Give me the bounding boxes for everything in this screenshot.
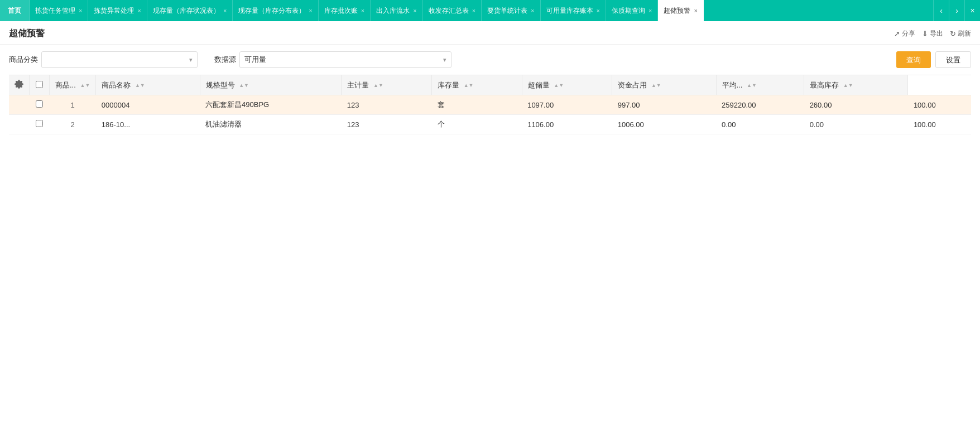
sort-icon[interactable]: ▲▼ [135, 83, 145, 88]
row-overstock: 1006.00 [612, 115, 716, 134]
table-header-row: 商品... ▲▼ 商品名称 ▲▼ 规格型号 ▲▼ 主计量 ▲▼ [9, 75, 971, 95]
nav-tab-6[interactable]: 收发存汇总表 × [423, 0, 482, 21]
select-all-checkbox[interactable] [36, 81, 43, 88]
row-num: 1 [50, 95, 96, 115]
sort-icon[interactable]: ▲▼ [373, 83, 383, 88]
nav-tab-9[interactable]: 保质期查询 × [606, 0, 658, 21]
row-unit: 个 [432, 115, 522, 134]
row-checkbox[interactable] [36, 100, 43, 108]
nav-prev-button[interactable]: ‹ [933, 0, 949, 21]
row-checkbox[interactable] [36, 120, 43, 127]
nav-tab-10[interactable]: 超储预警 × [658, 0, 703, 21]
export-icon: ⇓ [922, 30, 928, 38]
row-stock: 1097.00 [522, 95, 612, 115]
gear-icon[interactable] [15, 80, 23, 89]
category-label: 商品分类 [9, 55, 38, 65]
row-spec: 123 [342, 95, 432, 115]
close-icon[interactable]: × [79, 7, 82, 14]
row-product-code: 0000004 [96, 95, 200, 115]
nav-tab-3[interactable]: 现存量（库存分布表） × [233, 0, 318, 21]
close-icon[interactable]: × [137, 7, 141, 14]
datasource-select[interactable]: 可用量 ▾ [239, 51, 451, 68]
refresh-icon: ↻ [950, 30, 956, 38]
sort-icon[interactable]: ▲▼ [747, 83, 757, 88]
row-stock: 1106.00 [522, 115, 612, 134]
chevron-down-icon: ▾ [189, 56, 193, 64]
row-checkbox-cell [30, 115, 50, 134]
row-product-code: 186-10... [96, 115, 200, 134]
close-icon[interactable]: × [531, 7, 534, 14]
nav-close-button[interactable]: × [964, 0, 980, 21]
col-avg: 平均... ▲▼ [716, 75, 804, 95]
page-title: 超储预警 [9, 28, 45, 40]
filter-area: 商品分类 ▾ 数据源 可用量 ▾ 查询 设置 [0, 45, 980, 75]
row-gear [9, 115, 30, 134]
row-avg: 260.00 [804, 95, 908, 115]
settings-button[interactable]: 设置 [935, 51, 971, 68]
sort-icon[interactable]: ▲▼ [80, 83, 90, 88]
nav-tab-4[interactable]: 库存批次账 × [319, 0, 371, 21]
nav-tab-7[interactable]: 要货单统计表 × [482, 0, 540, 21]
nav-arrows: ‹ › × [933, 0, 980, 21]
row-unit: 套 [432, 95, 522, 115]
row-num: 2 [50, 115, 96, 134]
settings-col-header [9, 75, 30, 95]
close-icon[interactable]: × [597, 7, 600, 14]
close-icon[interactable]: × [223, 7, 227, 14]
table-body: 1 0000004 六配套新昌490BPG 123 套 1097.00 997.… [9, 95, 971, 134]
sort-icon[interactable]: ▲▼ [239, 83, 249, 88]
row-capital: 0.00 [716, 115, 804, 134]
close-icon[interactable]: × [309, 7, 312, 14]
close-icon[interactable]: × [361, 7, 364, 14]
col-spec: 规格型号 ▲▼ [200, 75, 342, 95]
row-spec: 123 [342, 115, 432, 134]
sort-icon[interactable]: ▲▼ [554, 83, 564, 88]
page-container: 超储预警 ➚ 分享 ⇓ 导出 ↻ 刷新 商品分类 ▾ 数据源 [0, 21, 980, 446]
close-icon[interactable]: × [413, 7, 416, 14]
sort-icon[interactable]: ▲▼ [464, 83, 474, 88]
share-icon: ➚ [894, 30, 900, 38]
nav-tab-0[interactable]: 拣货任务管理 × [30, 0, 88, 21]
row-overstock: 997.00 [612, 95, 716, 115]
category-select[interactable]: ▾ [41, 51, 198, 68]
table-row: 1 0000004 六配套新昌490BPG 123 套 1097.00 997.… [9, 95, 971, 115]
close-icon[interactable]: × [694, 7, 697, 14]
nav-tab-8[interactable]: 可用量库存账本 × [541, 0, 606, 21]
share-button[interactable]: ➚ 分享 [894, 29, 915, 38]
nav-home[interactable]: 首页 [0, 0, 30, 21]
close-icon[interactable]: × [472, 7, 475, 14]
close-icon[interactable]: × [648, 7, 652, 14]
row-product-name: 机油滤清器 [200, 115, 342, 134]
row-max-stock: 100.00 [908, 115, 971, 134]
sort-icon[interactable]: ▲▼ [843, 83, 853, 88]
chevron-down-icon: ▾ [443, 56, 446, 64]
nav-next-button[interactable]: › [949, 0, 964, 21]
category-filter: 商品分类 ▾ [9, 51, 198, 68]
query-button[interactable]: 查询 [896, 51, 931, 68]
sort-icon[interactable]: ▲▼ [651, 83, 661, 88]
nav-tab-2[interactable]: 现存量（库存状况表） × [147, 0, 233, 21]
table-row: 2 186-10... 机油滤清器 123 个 1106.00 1006.00 … [9, 115, 971, 134]
row-capital: 259220.00 [716, 95, 804, 115]
select-all-col [30, 75, 50, 95]
nav-tab-5[interactable]: 出入库流水 × [371, 0, 422, 21]
col-overstock: 超储量 ▲▼ [522, 75, 612, 95]
action-buttons: 查询 设置 [896, 51, 971, 68]
page-header: 超储预警 ➚ 分享 ⇓ 导出 ↻ 刷新 [0, 21, 980, 45]
refresh-button[interactable]: ↻ 刷新 [950, 29, 971, 38]
data-table: 商品... ▲▼ 商品名称 ▲▼ 规格型号 ▲▼ 主计量 ▲▼ [9, 75, 971, 134]
col-capital: 资金占用 ▲▼ [612, 75, 716, 95]
col-product-code: 商品... ▲▼ [50, 75, 96, 95]
row-checkbox-cell [30, 95, 50, 115]
datasource-value: 可用量 [244, 55, 266, 65]
datasource-label: 数据源 [214, 55, 236, 65]
col-product-name: 商品名称 ▲▼ [96, 75, 200, 95]
top-navigation: 首页 拣货任务管理 × 拣货异常处理 × 现存量（库存状况表） × 现存量（库存… [0, 0, 980, 21]
col-unit: 主计量 ▲▼ [342, 75, 432, 95]
row-avg: 0.00 [804, 115, 908, 134]
col-max-stock: 最高库存 ▲▼ [804, 75, 908, 95]
header-actions: ➚ 分享 ⇓ 导出 ↻ 刷新 [894, 29, 971, 38]
row-product-name: 六配套新昌490BPG [200, 95, 342, 115]
export-button[interactable]: ⇓ 导出 [922, 29, 943, 38]
nav-tab-1[interactable]: 拣货异常处理 × [88, 0, 147, 21]
